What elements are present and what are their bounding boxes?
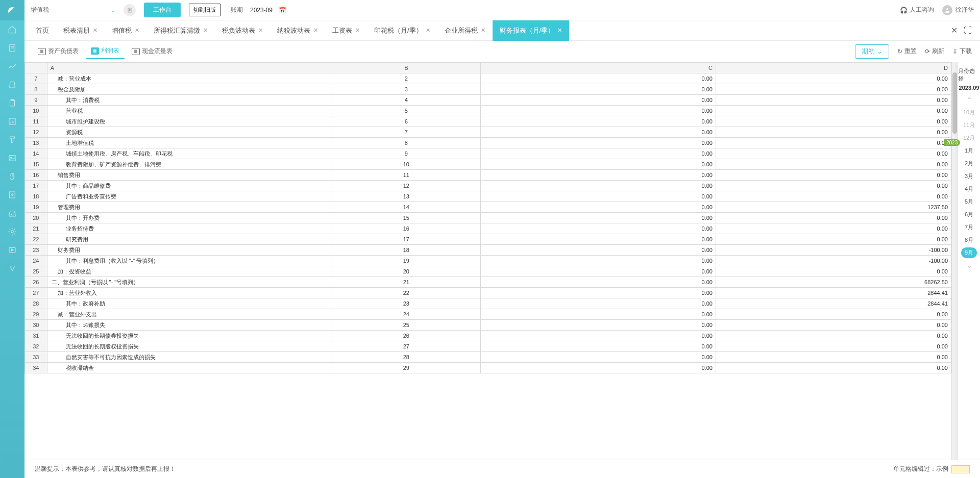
cell[interactable]: 0.00 bbox=[716, 213, 951, 223]
support-link[interactable]: 🎧 人工咨询 bbox=[900, 6, 934, 14]
cell[interactable]: 0.00 bbox=[716, 191, 951, 202]
cell[interactable]: 24 bbox=[332, 309, 480, 320]
column-header[interactable]: A bbox=[47, 63, 332, 73]
period-init-button[interactable]: 期初 ⌄ bbox=[855, 44, 889, 59]
cell[interactable]: 其中：利息费用（收入以 "-" 号填列） bbox=[47, 256, 332, 266]
cell[interactable]: 68262.50 bbox=[716, 277, 951, 288]
cell[interactable]: 0.00 bbox=[716, 352, 951, 363]
cell[interactable]: 无法收回的长期债券投资损失 bbox=[47, 331, 332, 341]
nav-video-icon[interactable] bbox=[0, 241, 24, 259]
cell[interactable]: 0.00 bbox=[480, 363, 716, 373]
cell[interactable]: 11 bbox=[332, 170, 480, 181]
column-header[interactable]: B bbox=[332, 63, 480, 73]
close-icon[interactable]: ✕ bbox=[313, 27, 318, 34]
row-header[interactable]: 7 bbox=[25, 73, 47, 84]
cell[interactable]: 广告费和业务宣传费 bbox=[47, 191, 332, 202]
period-value[interactable]: 2023-09 bbox=[250, 7, 273, 14]
cell[interactable]: 0.00 bbox=[480, 159, 716, 170]
cell[interactable]: -100.00 bbox=[716, 245, 951, 256]
cell[interactable]: 0.00 bbox=[716, 106, 951, 116]
cell[interactable]: 13 bbox=[332, 191, 480, 202]
nav-chart-icon[interactable] bbox=[0, 57, 24, 76]
cell[interactable]: 2 bbox=[332, 73, 480, 84]
row-header[interactable]: 25 bbox=[25, 266, 47, 277]
close-icon[interactable]: ✕ bbox=[426, 27, 430, 34]
nav-clipboard-icon[interactable] bbox=[0, 94, 24, 112]
cell[interactable]: 21 bbox=[332, 277, 480, 288]
close-icon[interactable]: ✕ bbox=[355, 27, 360, 34]
cell[interactable]: 23 bbox=[332, 298, 480, 309]
cell[interactable]: 0.00 bbox=[480, 213, 716, 223]
row-header[interactable]: 17 bbox=[25, 181, 47, 191]
month-item[interactable]: 4月 bbox=[958, 183, 980, 195]
cell[interactable]: 9 bbox=[332, 148, 480, 159]
cell[interactable]: 0.00 bbox=[480, 234, 716, 245]
cell[interactable]: 2844.41 bbox=[716, 288, 951, 298]
cell[interactable]: 0.00 bbox=[480, 202, 716, 213]
refresh-button[interactable]: ⟳刷新 bbox=[925, 47, 944, 56]
row-header[interactable]: 18 bbox=[25, 191, 47, 202]
tab-8[interactable]: 企业所得税✕ bbox=[437, 20, 493, 41]
row-header[interactable]: 31 bbox=[25, 331, 47, 341]
cell[interactable]: 3 bbox=[332, 84, 480, 95]
close-icon[interactable]: ✕ bbox=[557, 27, 562, 34]
cell[interactable]: 0.00 bbox=[716, 341, 951, 352]
select-all-corner[interactable] bbox=[25, 63, 47, 73]
cell[interactable]: 0.00 bbox=[480, 331, 716, 341]
cell[interactable]: 其中：政府补助 bbox=[47, 298, 332, 309]
company-selector[interactable]: 增值税 ⌄ bbox=[31, 6, 115, 14]
row-header[interactable]: 22 bbox=[25, 234, 47, 245]
calendar-icon[interactable]: 📅 bbox=[279, 7, 286, 14]
cell[interactable]: 0.00 bbox=[480, 106, 716, 116]
row-header[interactable]: 34 bbox=[25, 363, 47, 373]
cell[interactable]: 管理费用 bbox=[47, 202, 332, 213]
cell[interactable]: 0.00 bbox=[480, 245, 716, 256]
cell[interactable]: 0.00 bbox=[480, 320, 716, 331]
cell[interactable]: 0.00 bbox=[716, 363, 951, 373]
cell[interactable]: 18 bbox=[332, 245, 480, 256]
cell[interactable]: 0.00 bbox=[480, 170, 716, 181]
tab-0[interactable]: 首页 bbox=[29, 20, 56, 41]
month-next-icon[interactable]: ⌄ bbox=[964, 259, 974, 271]
nav-report-icon[interactable] bbox=[0, 112, 24, 131]
cell[interactable]: 0.00 bbox=[480, 298, 716, 309]
cell[interactable]: 0.00 bbox=[480, 277, 716, 288]
nav-inbox-icon[interactable] bbox=[0, 204, 24, 222]
row-header[interactable]: 14 bbox=[25, 148, 47, 159]
cell[interactable]: 16 bbox=[332, 223, 480, 234]
cell[interactable]: 城镇土地使用税、房产税、车船税、印花税 bbox=[47, 148, 332, 159]
cell[interactable]: 0.00 bbox=[480, 148, 716, 159]
close-all-icon[interactable]: ✕ bbox=[951, 26, 958, 35]
cell[interactable]: 5 bbox=[332, 106, 480, 116]
nav-bag-icon[interactable] bbox=[0, 76, 24, 94]
cell[interactable]: 0.00 bbox=[480, 127, 716, 138]
cell[interactable]: 0.00 bbox=[716, 159, 951, 170]
month-item[interactable]: 6月 bbox=[958, 208, 980, 221]
reset-button[interactable]: ↻重置 bbox=[897, 47, 917, 56]
row-header[interactable]: 33 bbox=[25, 352, 47, 363]
cell[interactable]: 0.00 bbox=[716, 116, 951, 127]
row-header[interactable]: 26 bbox=[25, 277, 47, 288]
cell[interactable]: 8 bbox=[332, 138, 480, 148]
cell[interactable]: 0.00 bbox=[480, 181, 716, 191]
cell[interactable]: 10 bbox=[332, 159, 480, 170]
tab-6[interactable]: 工资表✕ bbox=[325, 20, 367, 41]
close-icon[interactable]: ✕ bbox=[135, 27, 139, 34]
row-header[interactable]: 13 bbox=[25, 138, 47, 148]
cell[interactable]: 无法收回的长期股权投资损失 bbox=[47, 341, 332, 352]
cell[interactable]: 26 bbox=[332, 331, 480, 341]
month-item[interactable]: 1月 bbox=[958, 144, 980, 157]
month-item[interactable]: 5月 bbox=[958, 195, 980, 208]
cell[interactable]: 27 bbox=[332, 341, 480, 352]
close-icon[interactable]: ✕ bbox=[258, 27, 263, 34]
cell[interactable]: 教育费附加、矿产资源补偿费、排污费 bbox=[47, 159, 332, 170]
cell[interactable]: 资源税 bbox=[47, 127, 332, 138]
cell[interactable]: 其中：坏账损失 bbox=[47, 320, 332, 331]
row-header[interactable]: 19 bbox=[25, 202, 47, 213]
cell[interactable]: 20 bbox=[332, 266, 480, 277]
cell[interactable]: 0.00 bbox=[716, 95, 951, 106]
workbench-button[interactable]: 工作台 bbox=[144, 3, 181, 17]
month-item[interactable]: 8月 bbox=[958, 234, 980, 246]
cell[interactable]: 4 bbox=[332, 95, 480, 106]
cell[interactable]: 自然灾害等不可抗力因素造成的损失 bbox=[47, 352, 332, 363]
